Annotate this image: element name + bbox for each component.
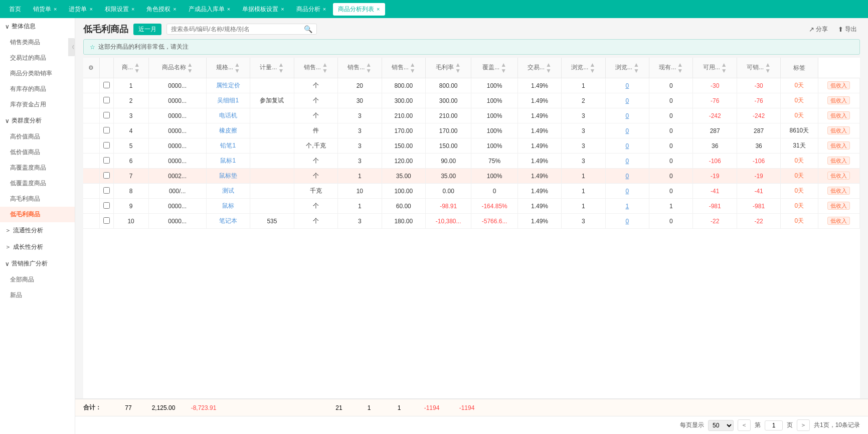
row-transaction: 1 <box>562 169 605 184</box>
row-name[interactable]: 鼠标1 <box>206 154 250 169</box>
row-checkbox[interactable] <box>99 184 113 199</box>
sidebar-item-sales-goods[interactable]: 销售类商品 <box>0 35 75 50</box>
row-name[interactable]: 吴细细1 <box>206 93 250 108</box>
nav-close-icon[interactable]: × <box>227 6 230 12</box>
row-views1[interactable]: 0 <box>605 78 649 93</box>
sidebar-item-all-goods[interactable]: 全部商品 <box>0 272 75 287</box>
sidebar-collapse-button[interactable]: 《 <box>68 38 75 56</box>
row-gross-margin: 100% <box>471 93 517 108</box>
spec-column-header[interactable]: 规格...▲▼ <box>206 58 250 78</box>
sales-amount-column-header[interactable]: 销售...▲▼ <box>382 58 425 78</box>
export-button[interactable]: ⬆ 导出 <box>835 24 860 35</box>
nav-close-icon[interactable]: × <box>131 6 134 12</box>
row-views1[interactable]: 0 <box>605 93 649 108</box>
row-checkbox[interactable] <box>99 108 113 123</box>
sidebar-group-overview[interactable]: ∨ 整体信息 <box>0 18 75 35</box>
sidebar-item-category-rate[interactable]: 商品分类助销率 <box>0 66 75 81</box>
sidebar-item-high-margin[interactable]: 高毛利商品 <box>0 191 75 207</box>
row-checkbox[interactable] <box>99 169 113 184</box>
row-name[interactable]: 测试 <box>206 184 250 199</box>
row-views1[interactable]: 0 <box>605 108 649 123</box>
sidebar-item-in-stock[interactable]: 有库存的商品 <box>0 81 75 97</box>
sidebar-group-circulation[interactable]: ＞ 流通性分析 <box>0 222 75 239</box>
next-page-button[interactable]: ＞ <box>797 419 810 431</box>
nav-sales-order[interactable]: 销货单 × <box>28 3 62 16</box>
sidebar-item-high-value[interactable]: 高价值商品 <box>0 129 75 144</box>
unit-column-header[interactable]: 计量...▲▼ <box>250 58 294 78</box>
settings-column-header[interactable]: ⚙ <box>83 58 99 78</box>
views1-column-header[interactable]: 浏览...▲▼ <box>562 58 605 78</box>
coverage-column-header[interactable]: 覆盖...▲▼ <box>471 58 517 78</box>
row-name[interactable]: 橡皮擦 <box>206 123 250 138</box>
views2-column-header[interactable]: 浏览...▲▼ <box>605 58 649 78</box>
nav-template-settings[interactable]: 单据模板设置 × <box>237 3 289 16</box>
sidebar-item-high-coverage[interactable]: 高覆盖度商品 <box>0 160 75 176</box>
sidebar-item-low-coverage[interactable]: 低覆盖度商品 <box>0 176 75 191</box>
sales-qty-column-header[interactable]: 销售...▲▼ <box>294 58 337 78</box>
row-checkbox[interactable] <box>99 138 113 154</box>
row-name[interactable]: 笔记本 <box>206 214 250 229</box>
sidebar-group-growth[interactable]: ＞ 成长性分析 <box>0 239 75 255</box>
filter-recent-month-button[interactable]: 近一月 <box>133 24 161 35</box>
saleable-days-column-header[interactable]: 可销...▲▼ <box>737 58 780 78</box>
page-number-input[interactable] <box>765 420 783 430</box>
row-views1[interactable]: 0 <box>605 169 649 184</box>
row-views2: 0 <box>649 93 693 108</box>
row-name[interactable]: 电话机 <box>206 108 250 123</box>
nav-close-icon[interactable]: × <box>377 6 380 12</box>
row-name[interactable]: 鼠标垫 <box>206 169 250 184</box>
nav-close-icon[interactable]: × <box>173 6 176 12</box>
row-checkbox[interactable] <box>99 199 113 214</box>
row-gross-margin: 100% <box>471 169 517 184</box>
row-views2: 0 <box>649 108 693 123</box>
sidebar-item-traded-goods[interactable]: 交易过的商品 <box>0 50 75 66</box>
prev-page-button[interactable]: ＜ <box>738 419 751 431</box>
row-checkbox[interactable] <box>99 78 113 93</box>
row-name[interactable]: 属性定价 <box>206 78 250 93</box>
share-button[interactable]: ↗ 分享 <box>806 24 831 35</box>
nav-product-analysis[interactable]: 商品分析 × <box>291 3 331 16</box>
total-records-label: 共1页，10条记录 <box>814 421 860 429</box>
search-input[interactable] <box>171 26 302 33</box>
row-views1[interactable]: 0 <box>605 184 649 199</box>
sidebar-item-low-margin[interactable]: 低毛利商品 <box>0 207 75 222</box>
nav-close-icon[interactable]: × <box>54 6 57 12</box>
gross-margin-column-header[interactable]: 毛利率▲▼ <box>425 58 471 78</box>
nav-home[interactable]: 首页 <box>4 3 26 16</box>
row-views1[interactable]: 0 <box>605 214 649 229</box>
row-unit: 个 <box>294 108 337 123</box>
row-name[interactable]: 鼠标 <box>206 199 250 214</box>
nav-role-auth[interactable]: 角色授权 × <box>141 3 181 16</box>
row-checkbox[interactable] <box>99 214 113 229</box>
sidebar-item-new-goods[interactable]: 新品 <box>0 287 75 303</box>
sidebar-group-cluster[interactable]: ∨ 类群度分析 <box>0 112 75 129</box>
nav-purchase-order[interactable]: 进货单 × <box>64 3 97 16</box>
sidebar-item-stock-capital[interactable]: 库存资金占用 <box>0 97 75 112</box>
nav-close-icon[interactable]: × <box>89 6 92 12</box>
row-views1[interactable]: 0 <box>605 138 649 154</box>
row-views1[interactable]: 1 <box>605 199 649 214</box>
available-column-header[interactable]: 可用...▲▼ <box>693 58 737 78</box>
nav-product-instock[interactable]: 产成品入库单 × <box>184 3 235 16</box>
row-checkbox[interactable] <box>99 123 113 138</box>
nav-close-icon[interactable]: × <box>281 6 284 12</box>
code-column-header[interactable]: 商...▲▼ <box>113 58 148 78</box>
nav-close-icon[interactable]: × <box>323 6 326 12</box>
sidebar-group-marketing[interactable]: ∨ 营销推广分析 <box>0 255 75 272</box>
sales-price-column-header[interactable]: 销售...▲▼ <box>338 58 382 78</box>
row-coverage: 1.49% <box>517 78 561 93</box>
row-checkbox[interactable] <box>99 154 113 169</box>
name-column-header[interactable]: 商品名称▲▼ <box>148 58 206 78</box>
per-page-select[interactable]: 50 20 100 <box>708 420 734 431</box>
row-views1[interactable]: 0 <box>605 154 649 169</box>
nav-permissions[interactable]: 权限设置 × <box>100 3 139 16</box>
nav-product-analysis-list[interactable]: 商品分析列表 × <box>333 3 385 16</box>
row-sales-amount: 210.00 <box>425 108 471 123</box>
transaction-column-header[interactable]: 交易...▲▼ <box>517 58 561 78</box>
current-stock-column-header[interactable]: 现有...▲▼ <box>649 58 693 78</box>
row-checkbox[interactable] <box>99 93 113 108</box>
sidebar-item-low-value[interactable]: 低价值商品 <box>0 144 75 160</box>
row-name[interactable]: 铅笔1 <box>206 138 250 154</box>
search-icon[interactable]: 🔍 <box>304 25 312 33</box>
row-views1[interactable]: 0 <box>605 123 649 138</box>
